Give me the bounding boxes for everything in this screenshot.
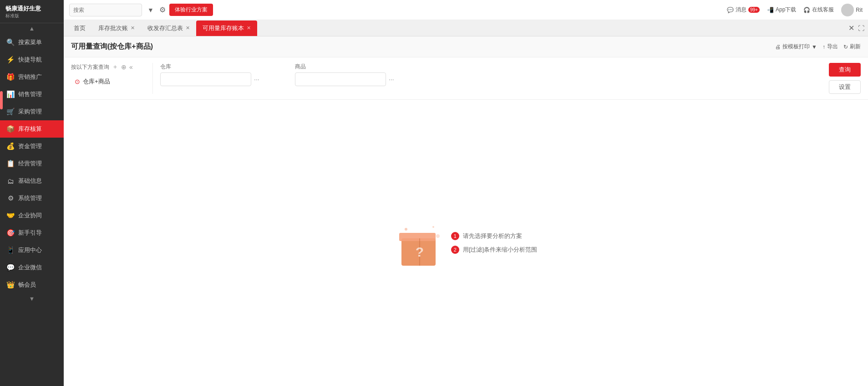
basic-icon: 🗂 (6, 177, 15, 185)
wechat-icon: 💬 (6, 263, 15, 272)
page-title: 可用量查询(按仓库+商品) (71, 42, 153, 51)
empty-illustration: ? (395, 220, 440, 266)
sidebar-item-purchase[interactable]: 🛒 采购管理 (0, 103, 64, 120)
sidebar-item-vip[interactable]: 👑 畅会员 (0, 276, 64, 293)
sidebar-item-finance[interactable]: 💰 资金管理 (0, 138, 64, 155)
sidebar-item-label: 基础信息 (18, 177, 42, 185)
scheme-panel-title: 按以下方案查询 (71, 63, 109, 71)
sidebar-item-basic[interactable]: 🗂 基础信息 (0, 172, 64, 190)
search-input[interactable] (69, 4, 142, 16)
sidebar-item-label: 搜索菜单 (18, 38, 42, 46)
product-filter-label: 商品 (295, 63, 422, 71)
online-service-button[interactable]: 🎧 在线客服 (803, 6, 834, 14)
warehouse-filter-input[interactable] (160, 72, 251, 86)
sidebar-item-label: 营销推广 (18, 73, 42, 81)
scheme-panel: 按以下方案查询 ＋ ⊕ « ⊙ 仓库+商品 (71, 63, 153, 94)
empty-tip-2: 2 用[过滤]条件来缩小分析范围 (451, 246, 537, 254)
topbar: ▼ ⚙ 体验行业方案 💬 消息 99+ 📲 App下载 🎧 在线客服 Rit (64, 0, 868, 20)
tab-batch[interactable]: 库存批次账 ✕ (92, 21, 141, 36)
app-download-label: App下载 (776, 6, 796, 14)
refresh-icon: ↻ (843, 44, 848, 50)
shortcut-icon: ⚡ (6, 56, 15, 64)
product-filter-more-btn[interactable]: ··· (389, 76, 394, 83)
empty-tip-1: 1 请先选择要分析的方案 (451, 232, 537, 240)
right-scrollbar-thumb[interactable] (0, 91, 3, 109)
collapse-scheme-button[interactable]: « (129, 63, 133, 71)
sidebar-item-search[interactable]: 🔍 搜索菜单 (0, 34, 64, 51)
product-filter-group: 商品 ··· (295, 63, 422, 86)
user-avatar-area[interactable]: Rit (841, 4, 863, 16)
query-button[interactable]: 查询 (829, 63, 861, 77)
sidebar-scroll-up[interactable]: ▲ (0, 23, 64, 34)
vip-icon: 👑 (6, 281, 15, 289)
page-header: 可用量查询(按仓库+商品) 🖨 按模板打印 ▼ ↑ 导出 ↻ 刷新 (64, 36, 868, 57)
sidebar-item-wechat[interactable]: 💬 企业微信 (0, 259, 64, 276)
expand-button[interactable]: ⛶ (858, 25, 864, 32)
app-download-icon: 📲 (767, 7, 774, 13)
tab-summary[interactable]: 收发存汇总表 ✕ (141, 21, 196, 36)
tab-batch-close[interactable]: ✕ (131, 25, 135, 31)
sidebar-item-operations[interactable]: 📋 经营管理 (0, 155, 64, 172)
empty-svg: ? (395, 220, 445, 270)
message-button[interactable]: 💬 消息 99+ (727, 6, 760, 14)
brand-name: 畅康通好生意 (5, 5, 58, 13)
settings-button[interactable]: 设置 (829, 80, 861, 94)
finance-icon: 💰 (6, 142, 15, 150)
tab-available[interactable]: 可用量库存账本 ✕ (196, 21, 257, 36)
sidebar-item-inventory[interactable]: 📦 库存核算 (0, 120, 64, 138)
tabbar-end: ✕ ⛶ (848, 24, 864, 32)
refresh-button[interactable]: ↻ 刷新 (843, 43, 861, 51)
tab-summary-close[interactable]: ✕ (186, 25, 190, 31)
empty-state: ? 1 请先选择要分析的方案 2 用[过滤]条件来缩小分析范围 (64, 100, 868, 386)
industry-solution-button[interactable]: 体验行业方案 (169, 4, 213, 16)
sidebar: 畅康通好生意 标准版 ▲ 🔍 搜索菜单 ⚡ 快捷导航 🎁 营销推广 📊 销售管理… (0, 0, 64, 386)
sidebar-item-label: 经营管理 (18, 160, 42, 168)
sidebar-item-marketing[interactable]: 🎁 营销推广 (0, 68, 64, 86)
sidebar-scroll-down[interactable]: ▼ (0, 293, 64, 304)
sidebar-item-apps[interactable]: 📱 应用中心 (0, 242, 64, 259)
sidebar-item-label: 新手引导 (18, 229, 42, 237)
print-icon: 🖨 (775, 44, 781, 50)
cooperation-icon: 🤝 (6, 211, 15, 220)
tab-available-close[interactable]: ✕ (247, 25, 251, 31)
tabbar: 首页 库存批次账 ✕ 收发存汇总表 ✕ 可用量库存账本 ✕ ✕ ⛶ (64, 20, 868, 36)
sidebar-item-sales[interactable]: 📊 销售管理 (0, 86, 64, 103)
product-filter-input[interactable] (295, 72, 386, 86)
svg-point-6 (436, 234, 440, 238)
tab-home[interactable]: 首页 (67, 21, 92, 36)
scheme-panel-header: 按以下方案查询 ＋ ⊕ « (71, 63, 147, 71)
scheme-item-icon: ⊙ (75, 78, 80, 85)
app-download-button[interactable]: 📲 App下载 (767, 6, 796, 14)
search-menu-icon: 🔍 (6, 38, 15, 46)
tip1-number: 1 (451, 232, 459, 240)
sidebar-item-cooperation[interactable]: 🤝 企业协同 (0, 207, 64, 224)
close-all-tabs-button[interactable]: ✕ (848, 24, 854, 32)
tip1-text: 请先选择要分析的方案 (463, 232, 522, 240)
add-scheme-button[interactable]: ＋ (112, 63, 118, 71)
query-area: 按以下方案查询 ＋ ⊕ « ⊙ 仓库+商品 仓库 ··· (64, 57, 868, 100)
sidebar-item-shortcut[interactable]: ⚡ 快捷导航 (0, 51, 64, 68)
sidebar-item-label: 畅会员 (18, 281, 36, 289)
brand-tag: 标准版 (5, 13, 58, 19)
sidebar-item-label: 系统管理 (18, 194, 42, 202)
warehouse-filter-more-btn[interactable]: ··· (254, 76, 259, 83)
page-header-actions: 🖨 按模板打印 ▼ ↑ 导出 ↻ 刷新 (775, 43, 861, 51)
tab-home-label: 首页 (74, 24, 86, 32)
service-icon: 🎧 (803, 7, 810, 13)
search-dropdown-btn[interactable]: ▼ (146, 5, 156, 15)
print-template-button[interactable]: 🖨 按模板打印 ▼ (775, 43, 817, 51)
sales-icon: 📊 (6, 90, 15, 98)
sidebar-item-label: 采购管理 (18, 108, 42, 116)
online-service-label: 在线客服 (812, 6, 834, 14)
warehouse-filter-input-row: ··· (160, 72, 288, 86)
avatar (841, 4, 854, 16)
manage-scheme-button[interactable]: ⊕ (121, 63, 127, 71)
sidebar-item-guide[interactable]: 🎯 新手引导 (0, 224, 64, 242)
svg-text:?: ? (416, 244, 424, 259)
scheme-item-warehouse-product[interactable]: ⊙ 仓库+商品 (71, 75, 147, 88)
settings-gear-icon[interactable]: ⚙ (159, 5, 166, 14)
warehouse-filter-label: 仓库 (160, 63, 288, 71)
export-button[interactable]: ↑ 导出 (822, 43, 838, 51)
scheme-item-label: 仓库+商品 (83, 77, 110, 86)
sidebar-item-system[interactable]: ⚙ 系统管理 (0, 190, 64, 207)
